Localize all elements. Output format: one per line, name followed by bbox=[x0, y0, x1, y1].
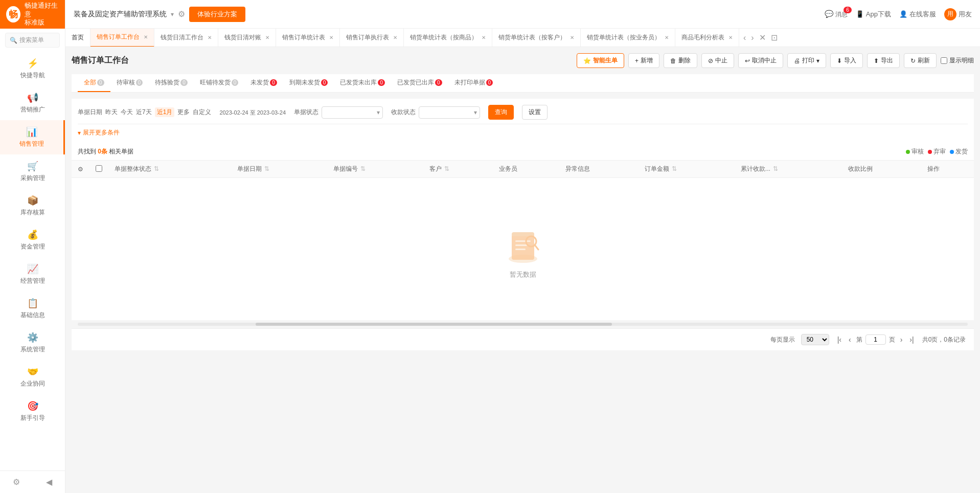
print-btn[interactable]: 🖨 打印 ▾ bbox=[787, 53, 826, 68]
tab-close-sales-summary-product[interactable]: ✕ bbox=[482, 35, 486, 40]
filter-tab-pending-inspect[interactable]: 待拣验货0 bbox=[149, 74, 194, 92]
export-btn[interactable]: ⬆ 导出 bbox=[867, 53, 900, 68]
tab-cash-reconcile[interactable]: 钱货日清对账 ✕ bbox=[218, 29, 276, 47]
tab-prev-btn[interactable]: ‹ bbox=[741, 33, 748, 42]
sidebar-item-sales[interactable]: 📊 销售管理 bbox=[0, 120, 65, 154]
quick-ship-btn[interactable]: 发货 bbox=[950, 147, 968, 156]
col-header-number: 单据编号 ⇅ bbox=[327, 161, 423, 178]
tab-cash-daily[interactable]: 钱货日清工作台 ✕ bbox=[154, 29, 218, 47]
review-dot-icon bbox=[906, 150, 910, 154]
delete-btn[interactable]: 🗑 删除 bbox=[664, 53, 697, 68]
marketing-icon: 📢 bbox=[27, 92, 38, 103]
search-settings-btn[interactable]: 设置 bbox=[522, 105, 548, 120]
sidebar-item-finance[interactable]: 💰 资金管理 bbox=[0, 223, 65, 257]
tab-close-sales-exec[interactable]: ✕ bbox=[393, 35, 397, 40]
tab-close-sales-workbench[interactable]: ✕ bbox=[144, 34, 148, 40]
shortcut-more[interactable]: 更多 bbox=[177, 108, 190, 117]
table-header: 共找到 0条 相关单据 审核 弃审 发货 bbox=[72, 143, 974, 161]
status-select[interactable] bbox=[322, 106, 383, 119]
column-settings-icon[interactable]: ⚙ bbox=[78, 166, 83, 173]
sidebar-item-quick-nav[interactable]: ⚡ 快捷导航 bbox=[0, 52, 65, 86]
sort-amount-icon[interactable]: ⇅ bbox=[672, 165, 677, 172]
search-menu-button[interactable]: 🔍 搜索菜单 bbox=[5, 33, 60, 48]
tab-close-all-btn[interactable]: ✕ bbox=[757, 33, 768, 42]
tab-next-btn[interactable]: › bbox=[749, 33, 756, 42]
show-detail-label[interactable]: 显示明细 bbox=[941, 56, 974, 65]
settings-bottom-icon[interactable]: ⚙ bbox=[13, 477, 20, 487]
user-menu[interactable]: 用 用友 bbox=[944, 8, 972, 20]
filter-tab-not-shipped[interactable]: 未发货0 bbox=[244, 74, 283, 92]
query-btn[interactable]: 查询 bbox=[488, 105, 514, 120]
tab-sales-stats[interactable]: 销售订单统计表 ✕ bbox=[276, 29, 340, 47]
select-all-checkbox[interactable] bbox=[96, 165, 102, 172]
industry-btn[interactable]: 体验行业方案 bbox=[189, 7, 245, 22]
page-word: 第 bbox=[856, 335, 862, 344]
shortcut-1month[interactable]: 近1月 bbox=[155, 107, 175, 117]
tab-home[interactable]: 首页 bbox=[65, 29, 90, 47]
tab-sales-summary-customer[interactable]: 销货单统计表（按客户） ✕ bbox=[492, 29, 581, 47]
filter-tab-all[interactable]: 全部0 bbox=[78, 74, 110, 92]
col-header-staff: 业务员 bbox=[493, 161, 559, 178]
filter-tab-shipped-out[interactable]: 已发货已出库0 bbox=[391, 74, 448, 92]
cancel-stop-btn[interactable]: ↩ 取消中止 bbox=[738, 53, 783, 68]
base-info-icon: 📋 bbox=[27, 298, 38, 309]
sort-collected-icon[interactable]: ⇅ bbox=[773, 165, 778, 172]
shortcut-7days[interactable]: 近7天 bbox=[136, 108, 152, 117]
filter-tab-wangpu-ship[interactable]: 旺铺待发货0 bbox=[194, 74, 245, 92]
payment-select[interactable] bbox=[419, 106, 480, 119]
shortcut-yesterday[interactable]: 昨天 bbox=[105, 108, 118, 117]
tab-sales-summary-staff[interactable]: 销货单统计表（按业务员） ✕ bbox=[581, 29, 675, 47]
last-page-btn[interactable]: ›| bbox=[907, 334, 916, 345]
sidebar-item-purchase[interactable]: 🛒 采购管理 bbox=[0, 154, 65, 189]
tab-sales-exec[interactable]: 销售订单执行表 ✕ bbox=[340, 29, 404, 47]
tab-sales-workbench[interactable]: 销售订单工作台 ✕ bbox=[90, 29, 154, 47]
sidebar-item-marketing[interactable]: 📢 营销推广 bbox=[0, 86, 65, 120]
collapse-icon[interactable]: ◀ bbox=[46, 477, 52, 487]
expand-more-btn[interactable]: ▾ 展开更多条件 bbox=[78, 124, 968, 137]
shortcut-today[interactable]: 今天 bbox=[121, 108, 133, 117]
show-detail-checkbox[interactable] bbox=[941, 57, 947, 64]
tab-gross-profit[interactable]: 商品毛利分析表 ✕ bbox=[675, 29, 739, 47]
online-service-link[interactable]: 👤 在线客服 bbox=[899, 10, 936, 19]
tab-sales-summary-product[interactable]: 销货单统计表（按商品） ✕ bbox=[404, 29, 492, 47]
sidebar-item-base-info[interactable]: 📋 基础信息 bbox=[0, 292, 65, 326]
prev-page-btn[interactable]: ‹ bbox=[847, 334, 853, 345]
tab-close-sales-stats[interactable]: ✕ bbox=[329, 35, 333, 40]
add-btn[interactable]: + 新增 bbox=[628, 53, 659, 68]
sort-customer-icon[interactable]: ⇅ bbox=[444, 165, 449, 172]
first-page-btn[interactable]: |‹ bbox=[835, 334, 844, 345]
page-input[interactable] bbox=[865, 334, 886, 345]
filter-tab-pending-review[interactable]: 待审核0 bbox=[110, 74, 149, 92]
next-page-btn[interactable]: › bbox=[898, 334, 905, 345]
tab-close-cash-daily[interactable]: ✕ bbox=[208, 35, 212, 40]
scroll-thumb[interactable] bbox=[256, 323, 611, 326]
shortcut-custom[interactable]: 自定义 bbox=[193, 108, 211, 117]
header-settings-icon[interactable]: ⚙ bbox=[178, 9, 185, 19]
quick-cancel-review-btn[interactable]: 弃审 bbox=[928, 147, 946, 156]
tab-close-sales-summary-staff[interactable]: ✕ bbox=[665, 35, 669, 40]
sidebar-item-operations[interactable]: 📈 经营管理 bbox=[0, 257, 65, 292]
filter-tab-not-printed[interactable]: 未打印单据0 bbox=[448, 74, 499, 92]
sidebar-item-guide[interactable]: 🎯 新手引导 bbox=[0, 394, 65, 429]
sidebar-item-system[interactable]: ⚙️ 系统管理 bbox=[0, 326, 65, 360]
app-download-link[interactable]: 📱 App下载 bbox=[856, 10, 891, 19]
tab-close-cash-reconcile[interactable]: ✕ bbox=[265, 35, 269, 40]
import-btn[interactable]: ⬇ 导入 bbox=[830, 53, 863, 68]
sort-number-icon[interactable]: ⇅ bbox=[360, 165, 366, 172]
sidebar-item-inventory[interactable]: 📦 库存核算 bbox=[0, 189, 65, 223]
stop-btn[interactable]: ⊘ 中止 bbox=[701, 53, 734, 68]
tab-close-sales-summary-customer[interactable]: ✕ bbox=[570, 35, 574, 40]
refresh-btn[interactable]: ↻ 刷新 bbox=[904, 53, 937, 68]
tab-close-gross-profit[interactable]: ✕ bbox=[728, 35, 733, 40]
sidebar-item-cooperation[interactable]: 🤝 企业协同 bbox=[0, 360, 65, 394]
quick-review-btn[interactable]: 审核 bbox=[906, 147, 924, 156]
sort-status-icon[interactable]: ⇅ bbox=[154, 165, 159, 172]
tab-expand-btn[interactable]: ⊡ bbox=[769, 33, 780, 42]
filter-tab-shipped-not-out[interactable]: 已发货未出库0 bbox=[334, 74, 391, 92]
sidebar-search-area: 🔍 搜索菜单 bbox=[0, 29, 65, 52]
smart-generate-btn[interactable]: ⭐ 智能生单 bbox=[577, 53, 624, 68]
filter-tab-overdue-not-ship[interactable]: 到期未发货0 bbox=[283, 74, 334, 92]
message-icon-area[interactable]: 💬 消息 6 bbox=[825, 10, 848, 19]
page-size-select[interactable]: 50 100 200 bbox=[801, 334, 829, 345]
sort-date-icon[interactable]: ⇅ bbox=[264, 165, 269, 172]
